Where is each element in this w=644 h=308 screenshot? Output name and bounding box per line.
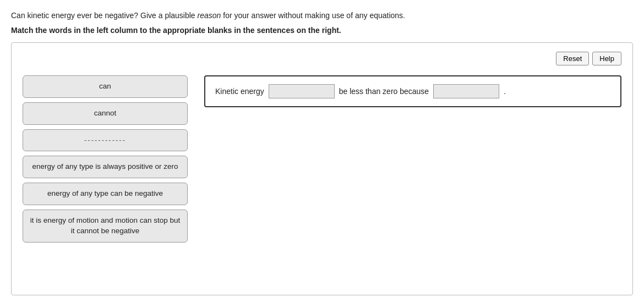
draggable-cannot[interactable]: cannot: [23, 102, 188, 125]
instruction-text: Match the words in the left column to th…: [11, 26, 633, 35]
left-column: can cannot ------------ energy of any ty…: [23, 75, 188, 243]
drop-box-1[interactable]: [269, 84, 335, 98]
draggable-can-be-negative[interactable]: energy of any type can be negative: [23, 183, 188, 205]
draggable-always-positive[interactable]: energy of any type is always positive or…: [23, 156, 188, 178]
draggable-motion-reason[interactable]: it is energy of motion and motion can st…: [23, 210, 188, 243]
sentence-suffix: .: [504, 85, 506, 97]
draggable-dashes[interactable]: ------------: [23, 129, 188, 151]
right-column: Kinetic energy be less than zero because…: [204, 75, 621, 107]
help-button[interactable]: Help: [592, 52, 621, 65]
top-buttons: Reset Help: [23, 52, 621, 65]
drop-box-2[interactable]: [433, 84, 499, 98]
page-wrapper: Can kinetic energy ever be negative? Giv…: [0, 0, 644, 306]
content-area: can cannot ------------ energy of any ty…: [23, 75, 621, 243]
question-line1: Can kinetic energy ever be negative? Giv…: [11, 10, 633, 21]
sentence-row: Kinetic energy be less than zero because…: [204, 75, 621, 107]
draggable-can[interactable]: can: [23, 75, 188, 98]
sentence-prefix: Kinetic energy: [215, 85, 264, 97]
sentence-middle: be less than zero because: [339, 85, 429, 97]
reset-button[interactable]: Reset: [556, 52, 589, 65]
main-box: Reset Help can cannot ------------ energ…: [11, 42, 633, 295]
